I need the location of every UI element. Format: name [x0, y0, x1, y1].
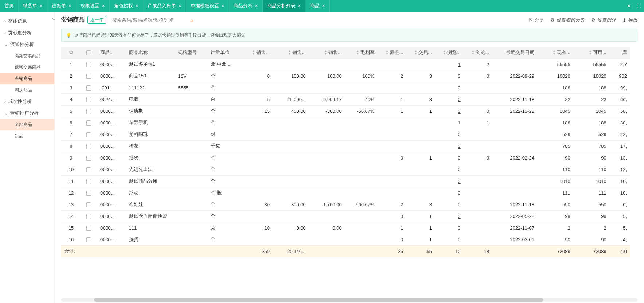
col-check[interactable]	[81, 47, 97, 58]
col-7[interactable]: ▲▼毛利率	[345, 47, 378, 58]
col-14[interactable]: ▲▼可用...	[573, 47, 609, 58]
row-checkbox[interactable]	[86, 120, 91, 126]
tab-7[interactable]: 商品分析✕	[229, 0, 263, 12]
tab-close-icon[interactable]: ✕	[322, 4, 325, 8]
col-1[interactable]: 商品名称	[126, 47, 175, 58]
tab-8[interactable]: 商品分析列表✕	[263, 0, 306, 12]
tab-close-icon[interactable]: ✕	[102, 4, 105, 8]
table-row[interactable]: 8 0000...棉花 千克 0 785785 17,	[61, 140, 630, 152]
nav-item-9[interactable]: 全部商品	[0, 119, 54, 130]
nav-item-10[interactable]: 新品	[0, 130, 54, 142]
view-link[interactable]: 0	[458, 237, 460, 242]
set-days-button[interactable]: ⚙ 设置滞销天数	[550, 17, 585, 23]
col-5[interactable]: ▲▼销售...	[273, 47, 309, 58]
row-checkbox[interactable]	[86, 202, 91, 207]
row-checkbox[interactable]	[86, 191, 91, 196]
view-link[interactable]: 0	[458, 202, 460, 207]
search-input[interactable]	[112, 17, 185, 23]
table-row[interactable]: 14 0000...测试仓库超储预警 个 01 0 2022-05-22 999…	[61, 210, 630, 222]
tab-4[interactable]: 角色授权✕	[110, 0, 143, 12]
view-link[interactable]: 1	[458, 120, 460, 126]
col-6[interactable]: ▲▼销售...	[309, 47, 345, 58]
col-11[interactable]: ▲▼浏览...	[464, 47, 492, 58]
view-link[interactable]: 0	[458, 155, 460, 161]
col-2[interactable]: 规格型号	[175, 47, 208, 58]
table-row[interactable]: 5 0000...保质期 个 15450.00 -300.00-66.67% 1…	[61, 105, 630, 117]
tab-3[interactable]: 权限设置✕	[76, 0, 110, 12]
tab-0[interactable]: 首页	[0, 0, 19, 12]
tab-close-icon[interactable]: ✕	[221, 4, 225, 8]
period-filter[interactable]: 近一年	[87, 16, 106, 24]
table-row[interactable]: 6 0000...苹果手机 个 1 1 188188 38,	[61, 117, 630, 129]
view-link[interactable]: 0	[458, 225, 460, 231]
col-13[interactable]: ▲▼现有...	[537, 47, 573, 58]
row-checkbox[interactable]	[86, 144, 91, 149]
view-link[interactable]: 0	[458, 143, 460, 149]
row-checkbox[interactable]	[86, 62, 91, 67]
tab-5[interactable]: 产成品入库单✕	[143, 0, 186, 12]
nav-item-3[interactable]: 高频交易商品	[0, 50, 54, 62]
view-link[interactable]: 0	[458, 179, 460, 184]
sidebar-collapse-icon[interactable]: «	[52, 15, 55, 21]
export-button[interactable]: ⤓ 导出	[622, 17, 637, 23]
table-row[interactable]: 16 0000...拣货 个 01 0 2022-03-01 9090 4,	[61, 234, 630, 245]
table-row[interactable]: 13 0000...布娃娃 个 30300.00 -1,700.00-566.6…	[61, 199, 630, 210]
row-checkbox[interactable]	[86, 109, 91, 114]
view-link[interactable]: 0	[458, 73, 460, 79]
table-row[interactable]: 2 0000...商品159 12V个 0100.00 100.00100% 2…	[61, 70, 630, 82]
table-row[interactable]: 11 0000...测试商品分摊 个 0 10101010 10,	[61, 175, 630, 187]
view-link[interactable]: 1	[458, 62, 460, 67]
col-9[interactable]: ▲▼交易...	[406, 47, 435, 58]
row-checkbox[interactable]	[86, 74, 91, 79]
col-3[interactable]: 计量单位	[208, 47, 241, 58]
horizontal-scrollbar[interactable]	[61, 298, 637, 302]
row-checkbox[interactable]	[86, 97, 91, 102]
tab-2[interactable]: 进货单✕	[47, 0, 76, 12]
view-link[interactable]: 0	[458, 190, 460, 196]
tab-close-icon[interactable]: ✕	[255, 4, 258, 8]
col-15[interactable]: 库	[609, 47, 630, 58]
nav-item-0[interactable]: 整体信息	[0, 15, 54, 27]
fullscreen-icon[interactable]: ⛶	[634, 0, 644, 12]
table-row[interactable]: 4 0024...电脑 台 -5-25,000... -9,999.1740% …	[61, 93, 630, 105]
tab-close-icon[interactable]: ✕	[39, 4, 43, 8]
tab-close-icon[interactable]: ✕	[178, 4, 182, 8]
col-4[interactable]: ▲▼销售...	[241, 47, 273, 58]
scrollbar-thumb[interactable]	[94, 298, 543, 302]
table-row[interactable]: 1 0000...测试多单位1 盒,中盒,... 1 2 5555555555 …	[61, 58, 630, 70]
view-link[interactable]: 0	[458, 85, 460, 91]
tab-close-icon[interactable]: ✕	[68, 4, 71, 8]
nav-item-2[interactable]: 流通性分析	[0, 39, 54, 50]
tab-close-all-icon[interactable]: ✕	[624, 0, 634, 12]
tab-6[interactable]: 单据模板设置✕	[186, 0, 229, 12]
nav-item-8[interactable]: 营销推广分析	[0, 107, 54, 119]
search-icon[interactable]: ⌕	[190, 17, 193, 23]
table-row[interactable]: 12 0000...浮动 个,瓶 0 111111 10,	[61, 187, 630, 199]
table-container[interactable]: ⚙ 商品...商品名称规格型号计量单位▲▼销售...▲▼销售...▲▼销售...…	[61, 47, 644, 298]
nav-item-6[interactable]: 淘汰商品	[0, 84, 54, 96]
row-checkbox[interactable]	[86, 167, 91, 172]
tab-close-icon[interactable]: ✕	[298, 4, 301, 8]
tab-close-icon[interactable]: ✕	[135, 4, 138, 8]
col-8[interactable]: ▲▼覆盖...	[378, 47, 406, 58]
col-12[interactable]: 最近交易日期	[492, 47, 537, 58]
nav-item-4[interactable]: 低频交易商品	[0, 62, 54, 73]
row-checkbox[interactable]	[86, 132, 91, 137]
col-10[interactable]: ▲▼浏览...	[435, 47, 464, 58]
view-link[interactable]: 0	[458, 167, 460, 172]
nav-item-5[interactable]: 滞销商品	[0, 73, 54, 84]
gear-icon[interactable]: ⚙	[69, 50, 73, 55]
nav-item-1[interactable]: 贡献度分析	[0, 27, 54, 39]
col-0[interactable]: 商品...	[97, 47, 126, 58]
table-row[interactable]: 3 -001...111122 5555个 0 188188 99,	[61, 82, 630, 93]
row-checkbox[interactable]	[86, 85, 91, 91]
table-row[interactable]: 10 0000...先进先出法 个 0 110110 12,	[61, 164, 630, 175]
table-row[interactable]: 15 0000...111 克 100.00 0.00 11 0 2022-11…	[61, 222, 630, 234]
tab-1[interactable]: 销货单✕	[19, 0, 47, 12]
view-link[interactable]: 0	[458, 108, 460, 114]
tab-9[interactable]: 商品✕	[306, 0, 330, 12]
row-checkbox[interactable]	[86, 179, 91, 184]
view-link[interactable]: 0	[458, 214, 460, 219]
view-link[interactable]: 0	[458, 97, 460, 102]
view-link[interactable]: 0	[458, 132, 460, 137]
